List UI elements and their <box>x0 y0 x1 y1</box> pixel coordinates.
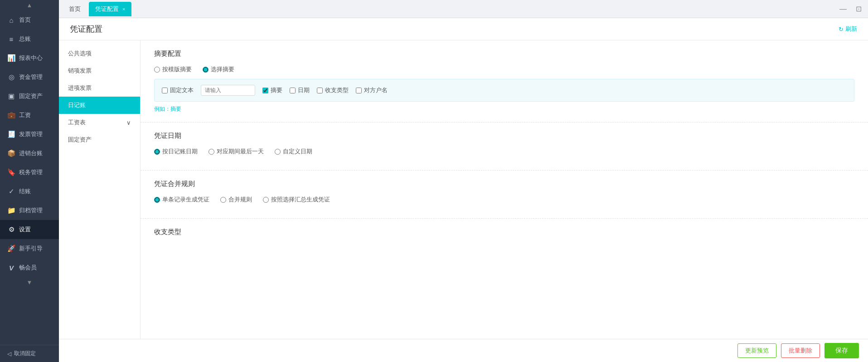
guide-icon: 🚀 <box>7 245 15 253</box>
radio-by-template[interactable]: 按模版摘要 <box>154 65 192 73</box>
summary-checkbox-row: 固定文本 摘要 日期 收支类型 <box>154 79 854 102</box>
radio-last-day[interactable]: 对应期间最后一天 <box>209 147 264 156</box>
left-nav-item-sales-invoice[interactable]: 销项发票 <box>59 62 140 79</box>
sidebar-item-sales-purchase[interactable]: 📦 进销台账 <box>0 144 59 163</box>
update-preview-button[interactable]: 更新预览 <box>737 343 776 358</box>
settings-icon: ⚙ <box>7 225 15 234</box>
tab-bar: 首页 凭证配置 × — ⊡ <box>59 0 868 18</box>
home-icon: ⌂ <box>7 16 15 24</box>
sidebar-item-invoice[interactable]: 🧾 发票管理 <box>0 125 59 144</box>
window-minimize-button[interactable]: — <box>837 4 849 14</box>
radio-merge-rule[interactable]: 合并规则 <box>220 196 252 204</box>
page-title: 凭证配置 <box>70 24 102 34</box>
save-button[interactable]: 保存 <box>824 343 859 358</box>
radio-by-template-label: 按模版摘要 <box>162 65 192 73</box>
sidebar-item-archive[interactable]: 📁 归档管理 <box>0 201 59 220</box>
checkbox-fixed-text-input[interactable] <box>162 88 168 93</box>
sidebar-item-fixed-assets[interactable]: ▣ 固定资产 <box>0 87 59 106</box>
sidebar-item-tax[interactable]: 🔖 税务管理 <box>0 163 59 182</box>
sidebar-item-label: 发票管理 <box>19 130 43 138</box>
left-nav: 公共选项 销项发票 进项发票 日记账 工资表 ∨ 固定资产 <box>59 40 141 339</box>
fixed-text-input[interactable] <box>201 85 255 96</box>
radio-custom-date-input[interactable] <box>275 149 281 155</box>
radio-merge-rule-input[interactable] <box>220 197 226 203</box>
left-nav-item-payroll-table[interactable]: 工资表 ∨ <box>59 114 140 131</box>
sidebar-item-label: 税务管理 <box>19 168 43 176</box>
sidebar-pin-toggle[interactable]: ◁ 取消固定 <box>0 345 59 362</box>
radio-by-template-input[interactable] <box>154 67 160 73</box>
checkbox-date[interactable]: 日期 <box>290 86 310 94</box>
tab-home[interactable]: 首页 <box>63 2 87 16</box>
left-nav-item-journal[interactable]: 日记账 <box>59 97 140 114</box>
sidebar-item-settlement[interactable]: ✓ 结账 <box>0 182 59 201</box>
radio-by-selection-input[interactable] <box>263 197 269 203</box>
sidebar-item-home[interactable]: ⌂ 首页 <box>0 10 59 29</box>
sidebar-item-label: 设置 <box>19 225 31 234</box>
merge-rules-radio-group: 单条记录生成凭证 合并规则 按照选择汇总生成凭证 <box>154 196 854 204</box>
sidebar-item-report-center[interactable]: 📊 报表中心 <box>0 49 59 68</box>
radio-by-bookkeeping-input[interactable] <box>154 149 160 155</box>
radio-single-record[interactable]: 单条记录生成凭证 <box>154 196 209 204</box>
tab-voucher-config[interactable]: 凭证配置 × <box>89 2 131 16</box>
voucher-date-section: 凭证日期 按日记账日期 对应期间最后一天 自定义日期 <box>141 122 868 171</box>
sales-icon: 📦 <box>7 149 15 157</box>
radio-single-record-label: 单条记录生成凭证 <box>162 196 209 204</box>
radio-select-summary[interactable]: 选择摘要 <box>203 65 234 73</box>
checkbox-date-input[interactable] <box>290 88 296 93</box>
summary-radio-group: 按模版摘要 选择摘要 <box>154 65 854 73</box>
checkbox-counterpart-input[interactable] <box>356 88 362 93</box>
tab-active-label: 凭证配置 <box>95 5 119 13</box>
page-header: 凭证配置 ↻ 刷新 <box>59 18 868 40</box>
radio-select-summary-input[interactable] <box>203 67 209 73</box>
radio-custom-date[interactable]: 自定义日期 <box>275 147 312 156</box>
checkbox-summary-input[interactable] <box>262 88 268 93</box>
fund-icon: ◎ <box>7 73 15 81</box>
checkbox-income-expense[interactable]: 收支类型 <box>317 86 349 94</box>
sidebar-item-label: 归档管理 <box>19 206 43 215</box>
radio-select-summary-label: 选择摘要 <box>211 65 234 73</box>
radio-last-day-input[interactable] <box>209 149 214 155</box>
sidebar-scroll-down[interactable]: ▼ <box>0 277 59 288</box>
report-icon: 📊 <box>7 54 15 62</box>
chevron-down-icon: ∨ <box>126 119 131 126</box>
summary-label: 摘要 <box>271 86 282 94</box>
sidebar-item-label: 资金管理 <box>19 73 43 81</box>
sidebar-item-payroll[interactable]: 💼 工资 <box>0 106 59 125</box>
sidebar-item-label: 新手引导 <box>19 245 43 253</box>
left-nav-label: 日记账 <box>68 101 86 109</box>
radio-custom-date-label: 自定义日期 <box>283 147 312 156</box>
window-restore-button[interactable]: ⊡ <box>853 4 864 14</box>
sidebar-item-label: 进销台账 <box>19 149 43 157</box>
left-nav-label: 公共选项 <box>68 49 92 58</box>
sidebar-item-label: 报表中心 <box>19 54 43 62</box>
left-nav-item-purchase-invoice[interactable]: 进项发票 <box>59 79 140 97</box>
refresh-button[interactable]: ↻ 刷新 <box>839 25 857 33</box>
checkbox-counterpart[interactable]: 对方户名 <box>356 86 388 94</box>
sidebar-item-fund-management[interactable]: ◎ 资金管理 <box>0 68 59 87</box>
income-expense-title: 收支类型 <box>154 228 854 236</box>
sidebar-item-settings[interactable]: ⚙ 设置 <box>0 220 59 239</box>
radio-by-bookkeeping[interactable]: 按日记账日期 <box>154 147 198 156</box>
payroll-icon: 💼 <box>7 111 15 119</box>
sidebar-item-guide[interactable]: 🚀 新手引导 <box>0 239 59 258</box>
sidebar-item-membership[interactable]: V 畅会员 <box>0 258 59 277</box>
left-nav-item-fixed-assets[interactable]: 固定资产 <box>59 131 140 148</box>
checkbox-income-expense-input[interactable] <box>317 88 323 93</box>
batch-delete-button[interactable]: 批量删除 <box>781 343 820 358</box>
checkbox-summary[interactable]: 摘要 <box>262 86 282 94</box>
settlement-icon: ✓ <box>7 187 15 196</box>
voucher-date-title: 凭证日期 <box>154 132 854 140</box>
archive-icon: 📁 <box>7 206 15 215</box>
sidebar-item-general-ledger[interactable]: ≡ 总账 <box>0 29 59 49</box>
radio-single-record-input[interactable] <box>154 197 160 203</box>
tab-close-icon[interactable]: × <box>122 6 125 12</box>
main-area: 首页 凭证配置 × — ⊡ 凭证配置 ↻ 刷新 公共选项 销项发票 进 <box>59 0 868 362</box>
summary-section-title: 摘要配置 <box>154 49 854 58</box>
sidebar-item-label: 结账 <box>19 187 31 196</box>
left-nav-item-public[interactable]: 公共选项 <box>59 45 140 62</box>
checkbox-fixed-text[interactable]: 固定文本 <box>162 86 194 94</box>
radio-by-selection[interactable]: 按照选择汇总生成凭证 <box>263 196 330 204</box>
radio-merge-rule-label: 合并规则 <box>228 196 252 204</box>
tab-bar-right: — ⊡ <box>837 4 864 14</box>
sidebar-scroll-up[interactable]: ▲ <box>0 0 59 10</box>
